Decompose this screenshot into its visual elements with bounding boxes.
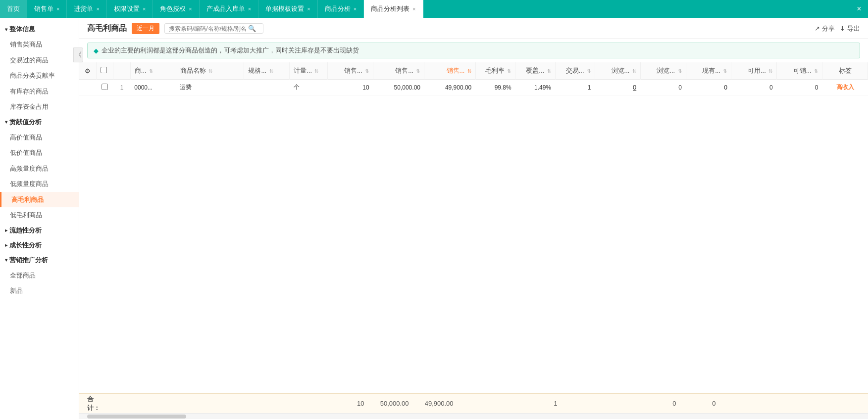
sort-icon-cover[interactable]: ⇅ xyxy=(547,68,551,74)
nav-home[interactable]: 首页 xyxy=(0,0,27,18)
sidebar-group-marketing[interactable]: ▾ 营销推广分析 xyxy=(0,253,79,268)
table-container[interactable]: ⚙ 商... ⇅ 商品名称 ⇅ xyxy=(79,62,868,393)
marketing-group-label: 营销推广分析 xyxy=(9,256,48,265)
sidebar-item-high-freq[interactable]: 高频量度商品 xyxy=(0,161,79,177)
col-header-gross-rate[interactable]: 毛利率 ⇅ xyxy=(475,62,515,80)
row-sales-amt: 50,000.00 xyxy=(373,80,424,95)
sort-icon-name[interactable]: ⇅ xyxy=(208,68,212,74)
col-header-browse1[interactable]: 浏览... ⇅ xyxy=(595,62,640,80)
product-table: ⚙ 商... ⇅ 商品名称 ⇅ xyxy=(79,62,868,95)
close-sales-order[interactable]: × xyxy=(56,6,59,12)
search-icon[interactable]: 🔍 xyxy=(248,25,256,32)
search-input-wrap[interactable]: 🔍 xyxy=(164,23,263,34)
share-button[interactable]: ↗ 分享 xyxy=(815,24,835,33)
col-header-sales-cost[interactable]: 销售... ⇅ xyxy=(424,62,475,80)
content-area: 高毛利商品 近一月 🔍 ↗ 分享 ⬇ 导出 ◆ 企业的主要的利润都是这部分商品创… xyxy=(79,18,868,419)
nav-order-template[interactable]: 单据模板设置 × xyxy=(258,0,317,18)
nav-product-analysis[interactable]: 商品分析 × xyxy=(318,0,364,18)
close-product-analysis[interactable]: × xyxy=(354,6,357,12)
filter-time-button[interactable]: 近一月 xyxy=(132,23,159,34)
nav-permission-settings[interactable]: 权限设置 × xyxy=(107,0,153,18)
export-button[interactable]: ⬇ 导出 xyxy=(840,24,860,33)
sort-icon-trade[interactable]: ⇅ xyxy=(587,68,591,74)
sidebar-item-low-profit[interactable]: 低毛利商品 xyxy=(0,207,79,223)
sort-icon-browse1[interactable]: ⇅ xyxy=(632,68,636,74)
sidebar-item-contribution[interactable]: 商品分类贡献率 xyxy=(0,68,79,84)
col-header-sales-qty[interactable]: 销售... ⇅ xyxy=(328,62,373,80)
close-permission[interactable]: × xyxy=(143,6,146,12)
footer-label: 合计： xyxy=(87,395,106,413)
col-header-stock3[interactable]: 可销... ⇅ xyxy=(777,62,822,80)
sort-icon-sales-cost[interactable]: ⇅ xyxy=(467,68,471,74)
col-header-cover[interactable]: 覆盖... ⇅ xyxy=(515,62,555,80)
col-header-check[interactable] xyxy=(96,62,113,80)
sidebar-item-stock-occupation[interactable]: 库存资金占用 xyxy=(0,99,79,115)
col-header-tag[interactable]: 标签 xyxy=(822,62,868,80)
close-purchase-order[interactable]: × xyxy=(96,6,99,12)
col-header-code[interactable]: 商... ⇅ xyxy=(130,62,176,80)
sort-icon-gross-rate[interactable]: ⇅ xyxy=(507,68,511,74)
col-header-unit[interactable]: 计量... ⇅ xyxy=(290,62,328,80)
sidebar-item-low-value[interactable]: 低价值商品 xyxy=(0,145,79,161)
sidebar-group-trend[interactable]: ▸ 流趋性分析 xyxy=(0,223,79,238)
nav-role-permission[interactable]: 角色授权 × xyxy=(153,0,199,18)
horizontal-scrollbar[interactable] xyxy=(79,413,868,419)
sidebar-item-high-value[interactable]: 高价值商品 xyxy=(0,130,79,145)
sort-icon-spec[interactable]: ⇅ xyxy=(269,68,273,74)
nav-purchase-order[interactable]: 进货单 × xyxy=(67,0,106,18)
row-checkbox[interactable] xyxy=(96,80,113,95)
search-input[interactable] xyxy=(169,25,248,32)
sort-icon-unit[interactable]: ⇅ xyxy=(314,68,318,74)
sidebar-item-high-profit[interactable]: 高毛利商品 xyxy=(0,192,79,208)
col-header-settings[interactable]: ⚙ xyxy=(79,62,96,80)
row-browse1[interactable]: 0 xyxy=(595,80,640,95)
close-product-analysis-list[interactable]: × xyxy=(412,6,415,12)
table-row[interactable]: 1 0000... 运费 个 10 50,000.00 49,900.00 99… xyxy=(79,80,868,95)
sidebar: ▾ 整体信息 销售类商品 交易过的商品 商品分类贡献率 有库存的商品 库存资金占… xyxy=(0,18,79,419)
sort-icon-stock1[interactable]: ⇅ xyxy=(723,68,727,74)
footer-totals: 10 50,000.00 49,900.00 1 0 0 xyxy=(116,400,860,407)
col-header-sales-amt[interactable]: 销售... ⇅ xyxy=(373,62,424,80)
col-header-stock1[interactable]: 现有... ⇅ xyxy=(686,62,731,80)
select-all-checkbox[interactable] xyxy=(101,67,107,73)
sort-icon-stock3[interactable]: ⇅ xyxy=(814,68,818,74)
row-browse2: 0 xyxy=(640,80,686,95)
sort-icon-sales-qty[interactable]: ⇅ xyxy=(365,68,369,74)
footer-totals-bar: 合计： 10 50,000.00 49,900.00 1 0 0 xyxy=(79,393,868,413)
row-stock1: 0 xyxy=(686,80,731,95)
col-header-spec[interactable]: 规格... ⇅ xyxy=(244,62,290,80)
close-product-entry[interactable]: × xyxy=(248,6,251,12)
sidebar-item-sales-goods[interactable]: 销售类商品 xyxy=(0,37,79,52)
sidebar-group-overall[interactable]: ▾ 整体信息 xyxy=(0,22,79,37)
sidebar-collapse-button[interactable]: 《 xyxy=(73,47,83,62)
sidebar-group-wealth[interactable]: ▾ 贡献值分析 xyxy=(0,115,79,130)
col-header-name[interactable]: 商品名称 ⇅ xyxy=(176,62,244,80)
nav-sales-order[interactable]: 销售单 × xyxy=(27,0,67,18)
row-stock3: 0 xyxy=(777,80,822,95)
sidebar-item-low-freq[interactable]: 低频量度商品 xyxy=(0,176,79,192)
sidebar-item-traded-goods[interactable]: 交易过的商品 xyxy=(0,52,79,68)
row-name: 运费 xyxy=(176,80,244,95)
col-header-browse2[interactable]: 浏览... ⇅ xyxy=(640,62,686,80)
close-role[interactable]: × xyxy=(189,6,192,12)
sort-icon-code[interactable]: ⇅ xyxy=(149,68,153,74)
col-header-stock2[interactable]: 可用... ⇅ xyxy=(731,62,777,80)
sort-icon-sales-amt[interactable]: ⇅ xyxy=(416,68,420,74)
row-select-checkbox[interactable] xyxy=(102,84,108,90)
sort-icon-stock2[interactable]: ⇅ xyxy=(768,68,772,74)
header-actions: ↗ 分享 ⬇ 导出 xyxy=(815,24,860,33)
nav-product-analysis-list[interactable]: 商品分析列表 × xyxy=(364,0,423,18)
sort-icon-browse2[interactable]: ⇅ xyxy=(678,68,682,74)
sidebar-item-in-stock[interactable]: 有库存的商品 xyxy=(0,84,79,99)
growth-arrow: ▸ xyxy=(5,242,7,248)
settings-icon[interactable]: ⚙ xyxy=(85,67,91,75)
close-all-tabs-button[interactable]: × xyxy=(850,0,868,18)
sidebar-item-all-goods[interactable]: 全部商品 xyxy=(0,268,79,283)
close-order-template[interactable]: × xyxy=(307,6,310,12)
row-unit: 个 xyxy=(290,80,328,95)
sidebar-group-growth[interactable]: ▸ 成长性分析 xyxy=(0,238,79,253)
nav-product-entry[interactable]: 产成品入库单 × xyxy=(200,0,258,18)
collapse-icon: 《 xyxy=(75,50,82,59)
col-header-trade[interactable]: 交易... ⇅ xyxy=(555,62,595,80)
sidebar-item-new-goods[interactable]: 新品 xyxy=(0,283,79,299)
